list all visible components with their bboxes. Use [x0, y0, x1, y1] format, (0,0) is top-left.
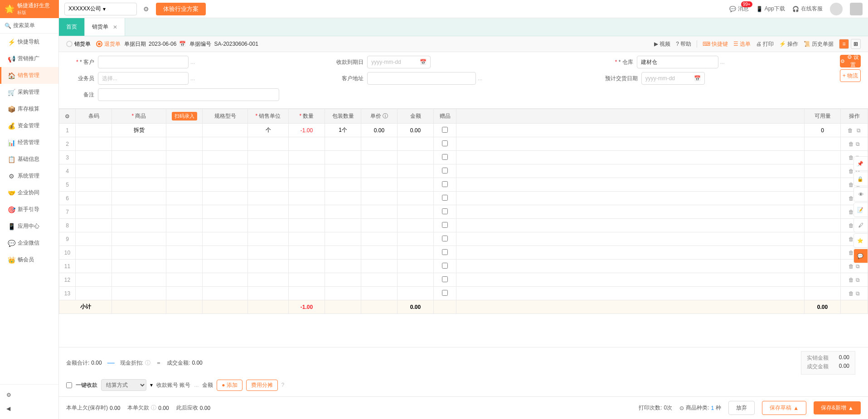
abandon-button[interactable]: 放弃: [728, 401, 755, 415]
help-icon[interactable]: ?: [281, 382, 285, 388]
gift-checkbox[interactable]: [442, 236, 448, 241]
delete-icon[interactable]: 🗑: [849, 263, 854, 270]
delete-icon[interactable]: 🗑: [849, 277, 854, 283]
customer-more-btn[interactable]: ...: [189, 59, 197, 65]
gift-checkbox[interactable]: [442, 181, 448, 187]
col-settings[interactable]: ⚙: [59, 109, 76, 124]
grid-view-btn[interactable]: ⊞: [851, 39, 861, 49]
gift-checkbox[interactable]: [442, 208, 448, 214]
settlement-method-select[interactable]: 结算方式: [101, 379, 146, 391]
copy-icon[interactable]: ⧉: [856, 290, 860, 297]
cell-pack-qty[interactable]: 1个: [325, 124, 361, 137]
float-btn-5[interactable]: 🖊: [853, 218, 868, 232]
sidebar-item-system[interactable]: ⚙ 系统管理: [0, 168, 58, 184]
gift-checkbox[interactable]: [442, 222, 448, 228]
sidebar-item-operations[interactable]: 📊 经营管理: [0, 134, 58, 151]
tab-sales-order[interactable]: 销货单 ✕: [85, 18, 125, 36]
gift-checkbox[interactable]: [442, 290, 448, 296]
gift-checkbox[interactable]: [442, 168, 448, 173]
tab-home[interactable]: 首页: [59, 18, 85, 36]
toolbar-history[interactable]: 📜 历史单据: [804, 40, 834, 48]
address-more-btn[interactable]: ...: [476, 75, 484, 82]
sidebar-item-inventory[interactable]: 📦 库存核算: [0, 101, 58, 117]
float-btn-3[interactable]: 👁: [853, 187, 868, 202]
radio-return[interactable]: 退货单: [96, 40, 121, 48]
cell-unit[interactable]: 个: [248, 124, 289, 137]
cell-barcode[interactable]: [76, 124, 112, 137]
toolbar-help[interactable]: ? 帮助: [676, 40, 691, 48]
one-click-pay-checkbox[interactable]: [66, 382, 72, 388]
sidebar-item-enterprise[interactable]: 🤝 企业协同: [0, 184, 58, 201]
calendar-icon[interactable]: 📅: [179, 41, 186, 47]
cell-gift[interactable]: [434, 124, 456, 137]
float-btn-4[interactable]: 📝: [853, 202, 868, 217]
float-btn-6[interactable]: ⭐: [853, 233, 868, 248]
sidebar-item-marketing[interactable]: 📢 营销推广: [0, 50, 58, 67]
add-payment-btn[interactable]: ● 添加: [217, 380, 242, 391]
info-icon[interactable]: ⓘ: [145, 359, 150, 367]
cell-product[interactable]: 拆货: [112, 124, 166, 137]
sidebar-item-member[interactable]: 👑 畅会员: [0, 251, 58, 268]
sidebar-settings[interactable]: ⚙: [0, 388, 58, 402]
save-new-button[interactable]: 保存&新增 ▲: [814, 401, 861, 414]
gift-checkbox[interactable]: [442, 263, 448, 269]
copy-icon[interactable]: ⧉: [856, 141, 860, 147]
sidebar-item-finance[interactable]: 💰 资金管理: [0, 117, 58, 134]
radio-sale[interactable]: 销货单: [66, 40, 91, 48]
float-btn-1[interactable]: 📌: [853, 156, 868, 171]
sidebar-item-purchase[interactable]: 🛒 采购管理: [0, 84, 58, 101]
gift-checkbox[interactable]: [442, 154, 448, 160]
settings-config-btn[interactable]: ⚙ ⚙ 设置: [840, 55, 861, 67]
copy-icon[interactable]: ⧉: [856, 263, 860, 270]
delete-icon[interactable]: 🗑: [849, 290, 854, 297]
scan-btn[interactable]: 扫码录入: [172, 112, 197, 120]
gift-checkbox[interactable]: [442, 276, 448, 282]
gift-checkbox[interactable]: [442, 195, 448, 201]
owe-info-icon[interactable]: ⓘ: [151, 404, 156, 412]
trial-button[interactable]: 体验行业方案: [156, 3, 206, 15]
toolbar-shortcut[interactable]: ⌨ 快捷键: [703, 40, 728, 48]
search-menu[interactable]: 🔍 搜索菜单: [0, 18, 58, 34]
warehouse-more-btn[interactable]: ...: [718, 59, 727, 65]
customer-input[interactable]: [98, 56, 189, 68]
float-btn-2[interactable]: 🔒: [853, 172, 868, 186]
avatar[interactable]: [830, 3, 843, 15]
cell-unit-price[interactable]: 0.00: [361, 124, 398, 137]
gift-checkbox[interactable]: [442, 127, 448, 133]
copy-icon[interactable]: ⧉: [857, 127, 861, 134]
warehouse-input[interactable]: 建材仓: [637, 56, 718, 68]
app-download-item[interactable]: 📱 App下载: [756, 5, 785, 13]
save-draft-button[interactable]: 保存草稿 ▲: [762, 401, 806, 415]
sidebar-collapse[interactable]: ◀: [0, 402, 58, 415]
settings-icon[interactable]: ⚙: [140, 3, 152, 15]
salesperson-input[interactable]: 选择...: [98, 72, 189, 85]
logistics-btn[interactable]: + 物流: [840, 69, 861, 82]
delivery-date-input[interactable]: yyyy-mm-dd 📅: [641, 72, 705, 85]
sidebar-item-quick-nav[interactable]: ⚡ 快捷导航: [0, 34, 58, 50]
toolbar-select[interactable]: ☰ 选单: [733, 40, 751, 48]
float-btn-7[interactable]: 💬: [853, 249, 868, 263]
sidebar-item-basics[interactable]: 📋 基础信息: [0, 151, 58, 168]
delete-icon[interactable]: 🗑: [849, 141, 854, 147]
sidebar-item-guide[interactable]: 🎯 新手引导: [0, 201, 58, 218]
col-scan[interactable]: 扫码录入: [166, 109, 203, 124]
sidebar-item-sales[interactable]: 🏠 销售管理: [0, 67, 58, 84]
toolbar-print[interactable]: 🖨 打印: [756, 40, 774, 48]
expense-split-btn[interactable]: 费用分摊: [246, 380, 278, 391]
sidebar-item-wechat[interactable]: 💬 企业微信: [0, 235, 58, 251]
company-selector[interactable]: XXXXXX公司 ▾: [64, 3, 137, 15]
tab-close-icon[interactable]: ✕: [113, 24, 117, 30]
copy-icon[interactable]: ⧉: [856, 277, 860, 283]
online-service-item[interactable]: 🎧 在线客服: [792, 5, 823, 13]
gift-checkbox[interactable]: [442, 249, 448, 255]
list-view-btn[interactable]: ≡: [839, 39, 849, 49]
delete-icon[interactable]: 🗑: [848, 127, 853, 134]
toolbar-operations[interactable]: ⚡ 操作: [779, 40, 798, 48]
message-item[interactable]: 💬 消息 99+: [729, 5, 749, 13]
cell-spec[interactable]: [203, 124, 248, 137]
gift-checkbox[interactable]: [442, 140, 448, 146]
due-date-input[interactable]: yyyy-mm-dd 📅: [367, 56, 431, 68]
address-input[interactable]: [367, 72, 476, 85]
cell-qty[interactable]: -1.00: [289, 124, 325, 137]
user-menu[interactable]: [850, 3, 863, 15]
